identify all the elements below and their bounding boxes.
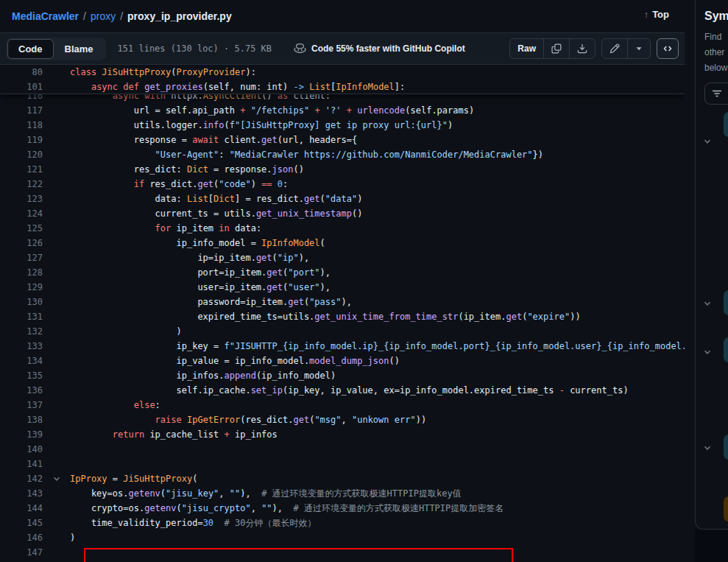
tab-code[interactable]: Code	[7, 39, 54, 59]
symbol-group-chevron-icon[interactable]	[703, 299, 713, 309]
file-meta-info: 151 lines (130 loc) · 5.75 KB	[118, 43, 272, 54]
code-token: "/fetchips"	[251, 105, 309, 116]
line-number[interactable]: 118	[0, 118, 43, 133]
code-token: # 30分钟（最长时效）	[225, 518, 317, 528]
line-number[interactable]: 123	[0, 192, 43, 206]
code-token	[213, 518, 224, 528]
code-text: data: List[Dict] = res_dict.get("data")	[70, 192, 685, 206]
symbol-kind-badge[interactable]	[724, 337, 728, 362]
breadcrumb: MediaCrawler / proxy / proxy_ip_provider…	[12, 10, 232, 22]
code-text: IpProxy = JiSuHttpProxy(	[70, 471, 685, 486]
line-number[interactable]: 122	[0, 177, 43, 192]
code-token: JiSuHttpProxy	[102, 67, 171, 77]
line-number[interactable]: 80	[0, 65, 43, 80]
code-token: ),	[299, 253, 309, 263]
line-number[interactable]: 124	[0, 206, 43, 221]
code-token: IpInfoModel	[261, 238, 319, 248]
code-token: ,	[342, 415, 352, 425]
code-text: time_validity_period=30 # 30分钟（最长时效）	[70, 516, 685, 530]
code-token: ip_cache_list	[144, 429, 224, 440]
code-token: = response.	[208, 164, 272, 175]
symbols-panel-content: Symbols Findotherbelow	[704, 0, 728, 76]
gutter-spacer	[43, 545, 70, 560]
line-number[interactable]: 135	[0, 368, 43, 383]
edit-button[interactable]	[602, 39, 627, 58]
code-line: 139 return ip_cache_list + ip_infos	[0, 427, 685, 442]
line-number[interactable]: 137	[0, 398, 43, 412]
symbol-kind-badge[interactable]	[724, 112, 728, 137]
gutter-spacer	[43, 162, 70, 177]
code-token: "MediaCrawler https://github.com/NanmiCo…	[230, 150, 533, 160]
breadcrumb-repo-link[interactable]: MediaCrawler	[12, 10, 79, 22]
symbol-group-chevron-icon[interactable]	[703, 443, 713, 454]
code-token: # 通过环境变量的方式获取极速HTTPIP提取加密签名	[293, 503, 503, 513]
code-token: 30	[203, 518, 213, 528]
line-number[interactable]: 121	[0, 162, 43, 177]
line-number[interactable]: 144	[0, 501, 43, 516]
copy-icon	[551, 43, 562, 54]
line-number[interactable]: 139	[0, 427, 43, 442]
line-number[interactable]: 131	[0, 309, 43, 324]
line-number[interactable]: 128	[0, 265, 43, 280]
symbol-kind-badge[interactable]	[724, 290, 728, 315]
code-token: get_unix_time_from_time_str	[314, 312, 458, 322]
download-button[interactable]	[569, 39, 595, 58]
line-number[interactable]: 125	[0, 221, 43, 236]
code-token: ()	[389, 356, 399, 366]
line-number[interactable]: 147	[0, 545, 43, 560]
page-background	[695, 530, 728, 562]
line-number[interactable]: 119	[0, 133, 43, 147]
gutter-spacer	[43, 206, 70, 221]
line-number[interactable]: 141	[0, 457, 43, 471]
line-number[interactable]: 142	[0, 471, 43, 486]
gutter-spacer	[43, 221, 70, 236]
symbols-toggle-button[interactable]	[657, 38, 679, 59]
edit-dropdown-button[interactable]	[627, 39, 650, 58]
line-number[interactable]: 129	[0, 280, 43, 295]
line-number[interactable]: 140	[0, 442, 43, 457]
symbol-kind-badge[interactable]	[724, 496, 728, 521]
code-token: ))	[416, 415, 426, 425]
code-token: ),	[240, 488, 261, 499]
line-number[interactable]: 145	[0, 516, 43, 530]
line-number[interactable]: 120	[0, 147, 43, 162]
code-line: 142IpProxy = JiSuHttpProxy(	[0, 471, 685, 486]
line-number[interactable]: 130	[0, 295, 43, 309]
copilot-banner[interactable]: Code 55% faster with GitHub Copilot	[294, 43, 465, 55]
line-number[interactable]: 127	[0, 250, 43, 265]
code-token: ),	[342, 297, 352, 307]
code-token: data:	[70, 194, 187, 204]
line-number[interactable]: 134	[0, 354, 43, 368]
code-token: (ip_key, ip_value, ex=ip_info_model.expi…	[283, 385, 559, 396]
code-token: get	[256, 253, 272, 263]
raw-button[interactable]: Raw	[510, 39, 543, 58]
code-token: get	[261, 135, 278, 145]
line-number[interactable]: 138	[0, 412, 43, 427]
line-number[interactable]: 133	[0, 339, 43, 354]
symbol-group-chevron-icon[interactable]	[703, 348, 713, 358]
code-token: ip_info_model =	[70, 238, 261, 248]
line-number[interactable]: 117	[0, 103, 43, 118]
code-token: (self.params)	[405, 105, 474, 116]
copy-button[interactable]	[543, 39, 569, 58]
code-token: get	[293, 415, 309, 425]
tab-blame[interactable]: Blame	[54, 39, 105, 59]
line-number[interactable]: 146	[0, 530, 43, 545]
code-token: res_dict.	[144, 179, 197, 189]
back-to-top-button[interactable]: ↑ Top	[641, 7, 672, 21]
symbols-filter-button[interactable]	[704, 82, 728, 105]
line-number[interactable]: 101	[0, 80, 43, 94]
breadcrumb-folder-link[interactable]: proxy	[91, 10, 116, 22]
line-number[interactable]: 136	[0, 383, 43, 398]
code-token: append	[225, 370, 256, 381]
line-number[interactable]: 132	[0, 324, 43, 339]
code-token: (	[192, 474, 197, 484]
code-token: ]:	[395, 82, 405, 92]
line-number[interactable]: 126	[0, 236, 43, 250]
fold-chevron-icon[interactable]	[43, 471, 70, 486]
line-number[interactable]: 143	[0, 486, 43, 501]
symbol-group-chevron-icon[interactable]	[703, 137, 713, 147]
symbol-kind-badge[interactable]	[724, 435, 728, 460]
gutter-spacer	[43, 486, 70, 501]
code-text: ip_info_model = IpInfoModel(	[70, 236, 685, 250]
